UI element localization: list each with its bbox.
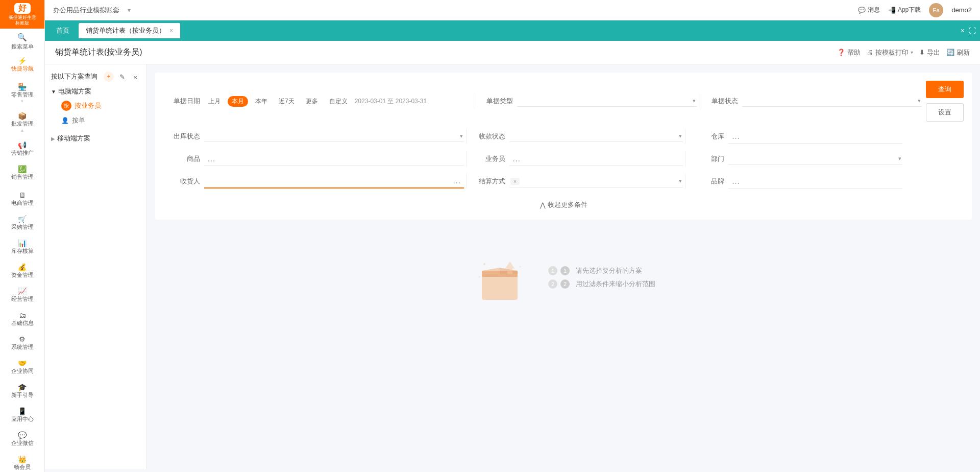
logo-text: 畅捷通好生意 标账版 — [9, 15, 36, 26]
salesman-control[interactable]: … — [509, 152, 683, 166]
member-icon: 👑 — [18, 455, 27, 463]
user-avatar[interactable]: Ea — [929, 3, 943, 17]
app-download-button[interactable]: 📲 App下载 — [888, 6, 921, 14]
username-label[interactable]: demo2 — [951, 6, 972, 14]
print-arrow: ▾ — [911, 50, 913, 55]
help-label: 帮助 — [847, 48, 861, 57]
sidebar-item-wholesale[interactable]: 📦 批发管理 ▲ — [9, 108, 36, 137]
wechat-icon: 💬 — [18, 431, 27, 439]
sidebar-item-inventory[interactable]: 📊 库存核算 — [9, 235, 36, 259]
export-icon: ⬇ — [919, 49, 925, 56]
tab-close-all-button[interactable]: × — [961, 27, 965, 35]
sidebar-item-operations[interactable]: 📈 经营管理 — [9, 283, 36, 307]
receiver-input[interactable] — [205, 177, 451, 185]
edit-scheme-button[interactable]: ✎ — [117, 72, 127, 82]
mobile-scheme-group-title[interactable]: ▶ 移动端方案 — [49, 132, 142, 145]
receiver-dots[interactable]: … — [451, 176, 463, 185]
retail-label: 零售管理 — [11, 91, 34, 99]
dept-control[interactable]: ▾ — [728, 153, 902, 164]
topbar-dropdown-arrow[interactable]: ▾ — [128, 7, 131, 14]
filter-form: 单据日期 上月 本月 本年 近7天 更多 自定义 2023-03-01 至 20… — [155, 73, 972, 220]
warehouse-dots[interactable]: … — [729, 132, 742, 141]
settle-tag: × — [510, 178, 520, 185]
brand-control[interactable]: … — [728, 175, 902, 188]
basics-label: 基础信息 — [11, 319, 34, 327]
doc-status-field: 单据状态 ▾ — [701, 96, 922, 107]
sidebar-logo: 好 畅捷通好生意 标账版 — [0, 0, 44, 29]
sidebar-item-retail[interactable]: 🏪 零售管理 ▾ — [9, 79, 36, 108]
goods-control[interactable]: … — [204, 152, 464, 166]
retail-icon: 🏪 — [18, 83, 27, 91]
tab-sales-stat[interactable]: 销货单统计表（按业务员） × — [79, 23, 180, 38]
add-scheme-button[interactable]: + — [104, 72, 114, 82]
sales-label: 销售管理 — [11, 173, 34, 181]
page-header: 销货单统计表(按业务员) ❓ 帮助 🖨 按模板打印 ▾ ⬇ 导出 🔄 刷新 — [45, 41, 980, 64]
receiver-control[interactable]: … — [204, 174, 464, 188]
topbar: 办公用品行业模拟账套 ▾ 💬 消息 📲 App下载 Ea demo2 — [45, 0, 980, 20]
sidebar-item-enterprise[interactable]: 🤝 企业协同 — [9, 355, 36, 379]
sidebar-item-system[interactable]: ⚙ 系统管理 — [9, 331, 36, 355]
marketing-label: 营销推广 — [11, 149, 34, 157]
purchase-icon: 🛒 — [18, 215, 27, 223]
brand-dots[interactable]: … — [729, 177, 742, 186]
operations-icon: 📈 — [18, 287, 27, 295]
sub-item-by-doc[interactable]: 👤 按单 — [49, 113, 142, 128]
dept-field: 部门 ▾ — [688, 153, 902, 164]
query-button[interactable]: 查询 — [926, 81, 964, 98]
date-tab-this-month[interactable]: 本月 — [228, 96, 248, 107]
date-tab-custom[interactable]: 自定义 — [325, 96, 352, 107]
date-tab-last-month[interactable]: 上月 — [204, 96, 225, 107]
tab-fullscreen-button[interactable]: ⛶ — [969, 27, 976, 35]
sidebar-item-sales[interactable]: 💹 销售管理 — [9, 161, 36, 185]
message-button[interactable]: 💬 消息 — [858, 6, 880, 14]
sidebar-item-member[interactable]: 👑 畅会员 — [12, 451, 33, 472]
doc-status-control[interactable]: ▾ — [742, 96, 922, 107]
sidebar-item-marketing[interactable]: 📢 营销推广 — [9, 137, 36, 161]
sidebar-item-newuser[interactable]: 🎓 新手引导 — [9, 379, 36, 403]
collect-status-control[interactable]: ▾ — [509, 131, 683, 142]
wholesale-label: 批发管理 — [11, 120, 34, 128]
export-label: 导出 — [927, 48, 940, 57]
out-status-field: 出库状态 ▾ — [163, 131, 464, 142]
scheme-item-salesperson[interactable]: 按 按业务员 — [49, 98, 142, 113]
pc-scheme-group: ▼ 电脑端方案 按 按业务员 👤 按单 — [45, 85, 146, 128]
settle-control[interactable]: × ▾ — [509, 176, 683, 187]
collapse-button[interactable]: ⋀ 收起更多条件 — [540, 200, 587, 209]
ecommerce-label: 电商管理 — [11, 199, 34, 207]
date-tab-this-year[interactable]: 本年 — [251, 96, 272, 107]
tab-close-button[interactable]: × — [169, 27, 173, 34]
sidebar-item-wechat[interactable]: 💬 企业微信 — [9, 427, 36, 451]
settle-tag-close[interactable]: × — [513, 178, 517, 184]
warehouse-control[interactable]: … — [728, 130, 902, 144]
filter-row-4: 收货人 … 结算方式 × — [163, 174, 964, 189]
setting-button[interactable]: 设置 — [926, 103, 964, 122]
date-tab-more[interactable]: 更多 — [302, 96, 322, 107]
tab-home[interactable]: 首页 — [49, 23, 77, 38]
help-button[interactable]: ❓ 帮助 — [837, 48, 861, 57]
salesman-dots[interactable]: … — [510, 154, 523, 163]
search-icon: 🔍 — [17, 33, 27, 42]
page-actions: ❓ 帮助 🖨 按模板打印 ▾ ⬇ 导出 🔄 刷新 — [837, 48, 970, 57]
settle-arrow: ▾ — [679, 178, 682, 184]
print-button[interactable]: 🖨 按模板打印 ▾ — [867, 48, 913, 57]
sidebar-search[interactable]: 🔍 搜索菜单 — [9, 29, 36, 53]
goods-dots[interactable]: … — [205, 154, 217, 163]
sidebar-item-purchase[interactable]: 🛒 采购管理 — [9, 211, 36, 235]
refresh-button[interactable]: 🔄 刷新 — [946, 48, 970, 57]
empty-text: 1 请先选择要分析的方案 2 用过滤条件来缩小分析范围 — [548, 266, 655, 293]
out-status-control[interactable]: ▾ — [204, 131, 464, 142]
sidebar-item-ecommerce[interactable]: 🖥 电商管理 — [9, 187, 36, 211]
sidebar-item-finance[interactable]: 💰 资金管理 — [9, 259, 36, 283]
empty-step1: 1 请先选择要分析的方案 — [548, 266, 655, 275]
basics-icon: 🗂 — [19, 311, 26, 319]
content-area: 销货单统计表(按业务员) ❓ 帮助 🖨 按模板打印 ▾ ⬇ 导出 🔄 刷新 — [45, 41, 980, 472]
date-tab-7days[interactable]: 近7天 — [275, 96, 299, 107]
message-icon: 💬 — [858, 7, 866, 14]
export-button[interactable]: ⬇ 导出 — [919, 48, 940, 57]
pc-scheme-group-title[interactable]: ▼ 电脑端方案 — [49, 85, 142, 98]
collapse-panel-button[interactable]: « — [130, 72, 140, 82]
system-icon: ⚙ — [19, 335, 26, 343]
sidebar-item-basics[interactable]: 🗂 基础信息 — [9, 307, 36, 331]
sidebar-item-appcenter[interactable]: 📱 应用中心 — [9, 403, 36, 427]
sidebar-quick-nav[interactable]: ⚡ 快捷导航 — [9, 53, 36, 77]
